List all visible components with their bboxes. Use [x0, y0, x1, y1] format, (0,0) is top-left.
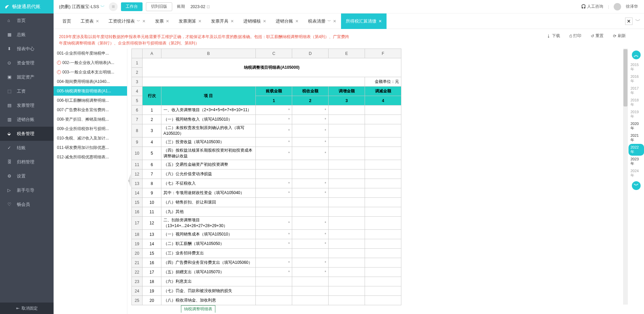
tab-0[interactable]: 首页	[58, 13, 76, 29]
tab-3[interactable]: 发票✕	[150, 13, 174, 29]
table-row[interactable]: 116（五）交易性金融资产初始投资调整	[132, 160, 401, 169]
sidebar-item-1[interactable]: ▦总账	[0, 28, 54, 42]
table-row[interactable]: 1813（一）视同销售成本（填写A105010）**	[132, 230, 401, 239]
user-name[interactable]: 徐泽华	[626, 4, 638, 9]
table-row[interactable]: 2520（八）税收滞纳金、加收利息	[132, 296, 401, 305]
sidebar-item-9[interactable]: ✓结账	[0, 141, 54, 155]
year-2022年[interactable]: 2022年	[628, 144, 644, 156]
tab-1[interactable]: 工资表✕	[76, 13, 104, 29]
form-list-item-0[interactable]: 001-企业所得税年度纳税申...	[54, 49, 127, 58]
year-2021年[interactable]: 2021年	[628, 132, 644, 144]
sidebar-item-6[interactable]: ▤发票管理	[0, 98, 54, 113]
sidebar-item-12[interactable]: ▷新手引导	[0, 183, 54, 197]
form-list-item-2[interactable]: 003-一般企业成本支出明细...	[54, 67, 127, 77]
sheet-tab[interactable]: 纳税调整明细表	[181, 305, 215, 313]
tab-8[interactable]: 税表清册﹀✕	[303, 13, 341, 29]
close-icon[interactable]: ✕	[142, 19, 146, 24]
tab-7[interactable]: 进销台账✕	[271, 13, 303, 29]
sidebar-item-13[interactable]: ♡畅会员	[0, 197, 54, 212]
col-header[interactable]: F	[365, 49, 401, 58]
collapse-handle[interactable]: ‹	[127, 174, 131, 189]
org-select[interactable]: (勿删) 江西服宝-LSS ﹀	[59, 4, 105, 10]
col-header[interactable]: E	[329, 49, 365, 58]
tab-6[interactable]: 进销稽核✕	[239, 13, 271, 29]
table-row[interactable]: 2015（三）业务招待费支出	[132, 249, 401, 258]
table-row[interactable]: 61一、收入类调整项目（2+3+4+5+6+7+8+10+11）**	[132, 105, 401, 115]
sidebar-item-3[interactable]: ⊙资金管理	[0, 56, 54, 70]
form-list-item-10[interactable]: 011-研发费用加计扣除优惠...	[54, 143, 127, 152]
table-row[interactable]: 1914（二）职工薪酬（填写A105050）**	[132, 239, 401, 249]
table-row[interactable]: 83（二）未按权责发生制原则确认的收入（填写A105020）**	[132, 124, 401, 137]
sidebar-item-2[interactable]: ⬍报表中心	[0, 42, 54, 56]
close-icon[interactable]: ✕	[96, 19, 99, 24]
table-row[interactable]: 94（三）投资收益（填写A105030）**	[132, 137, 401, 147]
col-header[interactable]: C	[256, 49, 292, 58]
workbench-button[interactable]: 工作台	[121, 2, 143, 11]
switch-old-button[interactable]: 切到旧版	[146, 2, 172, 11]
sidebar-item-11[interactable]: ⚙设置	[0, 169, 54, 183]
tab-label: 进销稽核	[243, 18, 261, 24]
spreadsheet[interactable]: ABCDEF1纳税调整项目明细表(A105000)23金额单位：元4行次项 目账…	[131, 49, 628, 314]
col-header[interactable]: A	[143, 49, 161, 58]
table-row[interactable]: 1712二、扣除类调整项目（13+14+...24+26+27+28+29+30…	[132, 217, 401, 230]
table-row[interactable]: 2217（五）捐赠支出（填写A105070）**	[132, 268, 401, 277]
table-row[interactable]: 149 其中：专项用途财政性资金（填写A105040）**	[132, 188, 401, 198]
table-row[interactable]: 2419（七）罚金、罚款和被没收财物的损失	[132, 286, 401, 296]
form-list-item-5[interactable]: 006-职工薪酬纳税调整明细...	[54, 96, 127, 105]
close-all-tabs-button[interactable]: ✕	[625, 18, 633, 25]
close-icon[interactable]: ✕	[198, 19, 202, 24]
close-icon[interactable]: ✕	[378, 19, 382, 24]
header-circle-button[interactable]: ≡	[109, 2, 118, 11]
year-up-button[interactable]: ︽	[632, 51, 641, 59]
close-icon[interactable]: ✕	[263, 19, 266, 24]
table-row[interactable]: 2116（四）广告费和业务宣传费支出（填写A105060）**	[132, 258, 401, 268]
table-row[interactable]: 138（七）不征税收入**	[132, 179, 401, 188]
close-icon[interactable]: ✕	[295, 19, 299, 24]
sidebar-item-5[interactable]: ⬚工资	[0, 84, 54, 98]
table-row[interactable]: 1510（八）销售折扣、折让和退回	[132, 198, 401, 207]
form-list-item-1[interactable]: 002-一般企业收入明细表(A...	[54, 58, 127, 67]
sidebar-item-0[interactable]: ⌂首页	[0, 13, 54, 28]
table-row[interactable]: 1611（九）其他	[132, 207, 401, 217]
year-2020年[interactable]: 2020年	[628, 120, 644, 132]
tab-9[interactable]: 所得税汇算清缴✕	[341, 13, 387, 29]
close-icon[interactable]: ✕	[333, 19, 336, 24]
close-icon[interactable]: ✕	[231, 19, 234, 24]
form-list-item-6[interactable]: 007-广告费和业务宣传费跨...	[54, 105, 127, 115]
col-header[interactable]: B	[161, 49, 256, 58]
form-list: 001-企业所得税年度纳税申...002-一般企业收入明细表(A...003-一…	[54, 49, 127, 314]
form-list-item-9[interactable]: 010-免税、减计收入及加计...	[54, 133, 127, 143]
tabs-chevron-down-icon[interactable]: ﹀	[635, 18, 641, 25]
user-avatar[interactable]	[614, 3, 621, 10]
refresh-button[interactable]: ⟳刷新	[613, 33, 626, 39]
form-list-item-7[interactable]: 008-资产折旧、摊销及纳税...	[54, 115, 127, 124]
form-list-item-8[interactable]: 009-企业所得税弥补亏损明...	[54, 124, 127, 133]
year-down-button[interactable]: ︾	[632, 181, 641, 190]
sidebar-item-4[interactable]: ▣固定资产	[0, 70, 54, 84]
table-row[interactable]: 105（四）按权益法核算长期股权投资对初始投资成本调整确认收益**	[132, 147, 401, 160]
vertical-scrollbar[interactable]	[623, 49, 628, 305]
sidebar-item-7[interactable]: ▥进销台账	[0, 113, 54, 127]
row-item: （七）不征税收入	[161, 179, 256, 188]
print-button[interactable]: ⎙打印	[570, 33, 581, 39]
consult-link[interactable]: 🎧 人工咨询	[581, 4, 603, 9]
sidebar-item-10[interactable]: 🗄归档管理	[0, 155, 54, 169]
table-row[interactable]: 72（一）视同销售收入（填写A105010）**	[132, 115, 401, 124]
tab-label: 发票	[155, 18, 164, 24]
download-button[interactable]: ⭳下载	[547, 33, 560, 39]
year-2023年[interactable]: 2023年	[628, 156, 644, 167]
close-icon[interactable]: ✕	[166, 19, 169, 24]
col-header[interactable]: D	[292, 49, 329, 58]
form-list-item-4[interactable]: 005-纳税调整项目明细表(A1...	[54, 86, 127, 96]
form-list-item-3[interactable]: 004-期间费用明细表(A1040...	[54, 77, 127, 86]
period-value[interactable]: 2023-02 ⊡	[188, 3, 212, 10]
table-row[interactable]: 2318（六）利息支出	[132, 277, 401, 286]
tab-2[interactable]: 工资统计报表﹀✕	[104, 13, 150, 29]
tab-5[interactable]: 发票开具✕	[206, 13, 239, 29]
sidebar-unpin[interactable]: ⇤取消固定	[0, 303, 54, 314]
tab-4[interactable]: 发票测算✕	[174, 13, 206, 29]
form-list-item-11[interactable]: 012-减免所得税优惠明细表...	[54, 152, 127, 162]
reset-button[interactable]: ↺重置	[591, 33, 604, 39]
sidebar-item-8[interactable]: ⬙税务管理	[0, 127, 54, 141]
table-row[interactable]: 127（六）公允价值变动净损益	[132, 169, 401, 179]
